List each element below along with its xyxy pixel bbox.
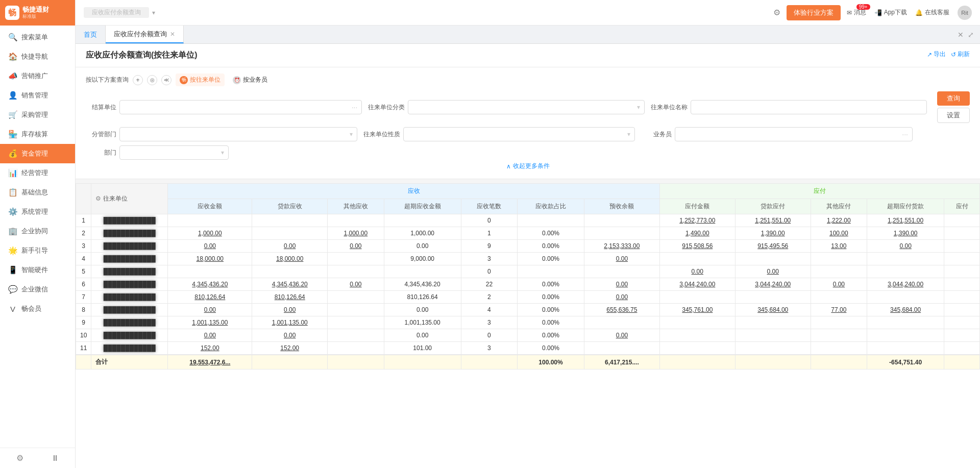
sidebar-item-basic[interactable]: 📋 基础信息 — [0, 183, 75, 202]
filter-field-partner-name: 往来单位名称 — [651, 100, 927, 114]
download-icon: 📲 — [874, 9, 882, 16]
sidebar-item-wechat[interactable]: 💬 企业微信 — [0, 280, 75, 299]
total-pay-loan — [735, 355, 811, 370]
total-recv-overdue — [384, 355, 461, 370]
export-btn[interactable]: ↗ 导出 — [927, 50, 946, 59]
tab-fullscreen-icon[interactable]: ⤢ — [968, 31, 974, 39]
sidebar-settings-btn[interactable]: ⚙ — [5, 453, 35, 463]
th-recv-amt: 应收金额 — [168, 199, 252, 214]
sidebar-item-label-wechat: 企业微信 — [21, 285, 48, 294]
home-icon: 🏠 — [8, 52, 17, 61]
page-title: 应收应付余额查询(按往来单位) — [86, 50, 198, 67]
total-pay-overdue: -654,751.40 — [867, 355, 944, 370]
refresh-btn[interactable]: ↺ 刷新 — [951, 50, 970, 59]
table-settings-icon[interactable]: ⚙ — [95, 195, 101, 202]
sidebar-item-capital[interactable]: 💰 资金管理 — [0, 144, 75, 163]
filter-add-btn[interactable]: + — [133, 75, 143, 85]
sidebar-item-label-member: 畅会员 — [21, 304, 41, 313]
sidebar-item-hardware[interactable]: 📱 智能硬件 — [0, 260, 75, 280]
inventory-icon: 🏪 — [8, 130, 17, 139]
sidebar-item-label-system: 系统管理 — [21, 207, 48, 216]
field-input-sub-dept[interactable]: ▾ — [119, 145, 229, 160]
tab-expand-icon[interactable]: ✕ — [958, 31, 964, 39]
table-row: 2████████████1,000.001,000.001,000.0010.… — [76, 227, 980, 240]
industry-btn[interactable]: 体验行业方案 — [787, 5, 841, 20]
breadcrumb-arrow[interactable]: ▾ — [152, 9, 155, 16]
main-area: 应收应付余额查询 ▾ ⚙ 体验行业方案 ✉ 消息 99+ 📲 App下载 🔔 在… — [76, 0, 980, 468]
total-recv-amt: 19,553,472,6... — [168, 355, 252, 370]
settings-btn[interactable]: 设置 — [937, 108, 970, 123]
total-pay-other — [811, 355, 867, 370]
sidebar-item-sales[interactable]: 👤 销售管理 — [0, 86, 75, 105]
query-btn[interactable]: 查询 — [937, 91, 970, 106]
table-row: 1████████████01,252,773.001,251,551.001,… — [76, 214, 980, 227]
messages-btn[interactable]: ✉ 消息 99+ — [847, 8, 866, 17]
total-recv-advance: 6,417,215.... — [584, 355, 659, 370]
sidebar-item-purchase[interactable]: 🛒 采购管理 — [0, 105, 75, 125]
field-input-partner-category[interactable]: ▾ — [408, 100, 644, 114]
sidebar-item-inventory[interactable]: 🏪 库存核算 — [0, 125, 75, 144]
topbar: 应收应付余额查询 ▾ ⚙ 体验行业方案 ✉ 消息 99+ 📲 App下载 🔔 在… — [76, 0, 980, 26]
online-service-btn[interactable]: 🔔 在线客服 — [915, 8, 949, 17]
field-dots-salesman: ··· — [902, 130, 908, 138]
total-recv-other — [328, 355, 384, 370]
guide-icon: 🌟 — [8, 246, 17, 255]
field-input-salesman[interactable]: ··· — [675, 127, 913, 141]
table-row: 9████████████1,001,135.001,001,135.001,0… — [76, 316, 980, 329]
sidebar-item-quicknav[interactable]: 🏠 快捷导航 — [0, 47, 75, 66]
sidebar-item-label-guide: 新手引导 — [21, 246, 48, 255]
filter-icon-btn1[interactable]: ◎ — [147, 75, 157, 85]
sidebar-item-label-purchase: 采购管理 — [21, 110, 48, 119]
total-pay-amt — [659, 355, 735, 370]
tabs-bar: 首页 应收应付余额查询 ✕ ✕ ⤢ — [76, 26, 980, 44]
field-input-partner-nature[interactable]: ▾ — [403, 127, 635, 141]
th-pay-loan: 贷款应付 — [735, 199, 811, 214]
sidebar-item-label-enterprise: 企业协同 — [21, 227, 48, 236]
filter-scheme-by-salesman[interactable]: ⏰ 按业务员 — [229, 73, 272, 86]
table-row: 6████████████4,345,436.204,345,436.200.0… — [76, 278, 980, 291]
filter-icon-btn2[interactable]: ≪ — [161, 75, 172, 85]
topbar-settings-btn[interactable]: ⚙ — [773, 8, 780, 17]
sidebar-item-search[interactable]: 🔍 搜索菜单 — [0, 28, 75, 47]
system-icon: ⚙️ — [8, 207, 17, 216]
total-label: 合计 — [91, 355, 168, 370]
th-recv-loan: 贷款应收 — [252, 199, 328, 214]
field-dots-settlement: ··· — [352, 103, 358, 111]
filter-collapse-btn[interactable]: ∧ 收起更多条件 — [86, 160, 970, 173]
sidebar-logo: 畅 畅捷通财 标准版 — [0, 0, 75, 26]
sidebar-item-system[interactable]: ⚙️ 系统管理 — [0, 202, 75, 221]
sidebar-item-enterprise[interactable]: 🏢 企业协同 — [0, 221, 75, 241]
filter-area: 按以下方案查询 + ◎ ≪ 畅 按往来单位 ⏰ 按业务员 结算单位 — [76, 67, 980, 179]
topbar-right: ✉ 消息 99+ 📲 App下载 🔔 在线客服 Rit — [847, 6, 972, 20]
th-recv-advance: 预收余额 — [584, 199, 659, 214]
sidebar-item-management[interactable]: 📊 经营管理 — [0, 163, 75, 183]
sidebar-menu: 🔍 搜索菜单 🏠 快捷导航 📣 营销推广 👤 销售管理 🛒 采购管理 🏪 库存核… — [0, 26, 75, 448]
table-row: 3████████████0.000.000.000.0090.00%2,153… — [76, 240, 980, 253]
member-icon: V — [8, 305, 17, 313]
export-label: 导出 — [934, 50, 946, 59]
sidebar-item-label-capital: 资金管理 — [21, 149, 48, 158]
collapse-icon: ∧ — [506, 163, 511, 170]
sidebar-item-marketing[interactable]: 📣 营销推广 — [0, 66, 75, 86]
filter-row-2: 分管部门 ▾ 往来单位性质 ▾ 业务员 — [86, 127, 970, 141]
sidebar-item-guide[interactable]: 🌟 新手引导 — [0, 241, 75, 260]
tab-receivable[interactable]: 应收应付余额查询 ✕ — [106, 26, 184, 43]
app-download-btn[interactable]: 📲 App下载 — [874, 8, 907, 17]
tab-home[interactable]: 首页 — [76, 26, 106, 43]
sidebar-item-member[interactable]: V 畅会员 — [0, 299, 75, 318]
filter-field-settlement: 结算单位 ··· — [86, 100, 362, 114]
field-input-partner-name[interactable] — [691, 100, 927, 114]
th-receivable-group: 应收 — [168, 184, 659, 199]
field-input-settlement[interactable]: ··· — [119, 100, 362, 114]
tab-close-icon[interactable]: ✕ — [170, 31, 175, 38]
total-pay-extra — [944, 355, 980, 370]
data-table: ⚙ 往来单位 应收 应付 应收金额 贷款应收 其他应收 超期应收金额 应收笔数 … — [76, 183, 980, 370]
field-input-dept[interactable]: ▾ — [119, 127, 357, 141]
sidebar-item-label-quicknav: 快捷导航 — [21, 52, 48, 61]
sidebar-item-label-basic: 基础信息 — [21, 188, 48, 197]
sidebar-collapse-btn[interactable]: ⏸ — [40, 453, 70, 463]
filter-scheme-by-partner[interactable]: 畅 按往来单位 — [176, 73, 225, 86]
tab-receivable-label: 应收应付余额查询 — [114, 30, 167, 39]
marketing-icon: 📣 — [8, 71, 17, 81]
avatar[interactable]: Rit — [958, 6, 972, 20]
